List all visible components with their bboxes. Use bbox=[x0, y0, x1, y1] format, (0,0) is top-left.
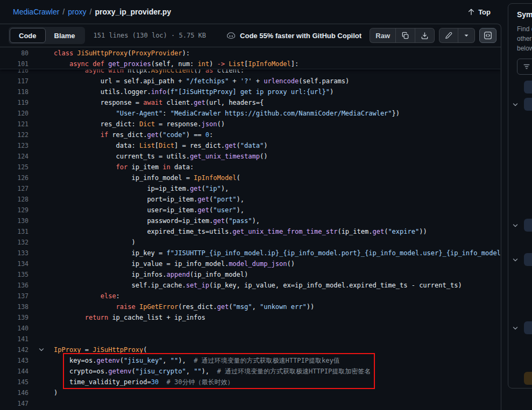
line-number[interactable]: 118 bbox=[0, 87, 29, 97]
breadcrumb-bar: MediaCrawler/proxy/proxy_ip_provider.py … bbox=[0, 0, 501, 24]
fold-gutter bbox=[29, 280, 54, 291]
symbols-panel-toggle-button[interactable] bbox=[479, 28, 496, 43]
fold-gutter bbox=[29, 387, 54, 398]
file-meta-info: 151 lines (130 loc) · 5.75 KB bbox=[94, 32, 207, 39]
line-number[interactable]: 147 bbox=[0, 398, 29, 409]
chevron-down-icon[interactable] bbox=[512, 221, 520, 229]
code-text: user=ip_item.get("user"), bbox=[54, 205, 500, 215]
symbol-item[interactable] bbox=[524, 372, 532, 385]
line-number[interactable]: 139 bbox=[0, 312, 29, 323]
symbol-item[interactable] bbox=[524, 98, 532, 111]
code-text: key=os.getenv("jisu_key", ""), # 通过环境变量的… bbox=[54, 355, 500, 366]
breadcrumb-repo-link[interactable]: MediaCrawler bbox=[13, 8, 59, 16]
code-line: 144 crypto=os.getenv("jisu_crypto", ""),… bbox=[0, 366, 500, 377]
raw-button[interactable]: Raw bbox=[370, 28, 395, 42]
line-number[interactable]: 135 bbox=[0, 269, 29, 280]
line-number[interactable]: 117 bbox=[0, 76, 29, 87]
breadcrumb-filename: proxy_ip_provider.py bbox=[95, 8, 171, 16]
fold-gutter bbox=[29, 334, 54, 344]
line-number[interactable]: 80 bbox=[0, 48, 29, 59]
code-line: 131 expired_time_ts=utils.get_unix_time_… bbox=[0, 226, 500, 237]
breadcrumb-folder-link[interactable]: proxy bbox=[68, 8, 86, 16]
code-line: 135 ip_infos.append(ip_info_model) bbox=[0, 269, 500, 280]
code-text: ip_value = ip_info_model.model_dump_json… bbox=[54, 258, 500, 269]
code-text bbox=[54, 334, 500, 344]
tab-blame[interactable]: Blame bbox=[46, 28, 84, 43]
fold-gutter bbox=[29, 140, 54, 151]
fold-gutter bbox=[29, 291, 54, 301]
fold-chevron-icon[interactable] bbox=[29, 344, 54, 355]
line-number[interactable]: 129 bbox=[0, 205, 29, 215]
code-text: ip_infos.append(ip_info_model) bbox=[54, 269, 500, 280]
line-number[interactable]: 124 bbox=[0, 151, 29, 162]
code-text: crypto=os.getenv("jisu_crypto", ""), # 通… bbox=[54, 366, 500, 377]
symbol-item[interactable] bbox=[524, 321, 532, 334]
line-number[interactable]: 137 bbox=[0, 291, 29, 301]
code-text: ip_key = f"JISUHTTP_{ip_info_model.ip}_{… bbox=[54, 248, 500, 258]
fold-gutter bbox=[29, 97, 54, 108]
chevron-down-icon bbox=[464, 33, 469, 38]
line-number[interactable]: 145 bbox=[0, 377, 29, 387]
code-line: 138 raise IpGetError(res_dict.get("msg",… bbox=[0, 301, 500, 312]
line-number[interactable]: 122 bbox=[0, 130, 29, 140]
code-text: else: bbox=[54, 291, 500, 301]
line-number[interactable]: 136 bbox=[0, 280, 29, 291]
code-line: 140 bbox=[0, 323, 500, 334]
symbol-item[interactable] bbox=[524, 81, 532, 93]
line-number[interactable]: 127 bbox=[0, 183, 29, 194]
code-line: 139 return ip_cache_list + ip_infos bbox=[0, 312, 500, 323]
code-line: 142IpProxy = JiSuHttpProxy( bbox=[0, 344, 500, 355]
line-number[interactable]: 143 bbox=[0, 355, 29, 366]
fold-gutter bbox=[29, 48, 54, 59]
code-text: IpProxy = JiSuHttpProxy( bbox=[54, 344, 500, 355]
fold-gutter bbox=[29, 248, 54, 258]
line-number[interactable]: 133 bbox=[0, 248, 29, 258]
symbol-item[interactable] bbox=[524, 219, 532, 232]
line-number[interactable]: 119 bbox=[0, 97, 29, 108]
fold-gutter bbox=[29, 215, 54, 226]
chevron-down-icon[interactable] bbox=[512, 100, 520, 108]
code-text: current_ts = utils.get_unix_timestamp() bbox=[54, 151, 500, 162]
line-number[interactable]: 121 bbox=[0, 119, 29, 130]
sticky-context-lines: 80class JiSuHttpProxy(ProxyProvider):101… bbox=[0, 48, 500, 69]
chevron-down-icon[interactable] bbox=[512, 256, 520, 263]
line-number[interactable]: 138 bbox=[0, 301, 29, 312]
top-button-label: Top bbox=[478, 8, 491, 16]
line-number[interactable]: 134 bbox=[0, 258, 29, 269]
edit-button-group bbox=[439, 28, 475, 43]
line-number[interactable]: 123 bbox=[0, 140, 29, 151]
breadcrumb: MediaCrawler/proxy/proxy_ip_provider.py bbox=[13, 8, 171, 16]
download-button[interactable] bbox=[415, 28, 434, 42]
line-number[interactable]: 120 bbox=[0, 108, 29, 119]
line-number[interactable]: 140 bbox=[0, 323, 29, 334]
symbol-item[interactable] bbox=[524, 253, 532, 266]
line-number[interactable]: 132 bbox=[0, 237, 29, 248]
file-actions: Raw bbox=[370, 28, 496, 43]
copy-button[interactable] bbox=[395, 28, 415, 42]
line-number[interactable]: 130 bbox=[0, 215, 29, 226]
line-number[interactable]: 146 bbox=[0, 387, 29, 398]
line-number[interactable]: 131 bbox=[0, 226, 29, 237]
line-number[interactable]: 141 bbox=[0, 334, 29, 344]
code-text bbox=[54, 323, 500, 334]
code-viewer: 116 async with httpx.AsyncClient() as cl… bbox=[0, 48, 500, 410]
fold-gutter bbox=[29, 355, 54, 366]
copilot-banner-text: Code 55% faster with GitHub Copilot bbox=[240, 32, 361, 40]
breadcrumb-separator: / bbox=[62, 8, 65, 16]
line-number[interactable]: 128 bbox=[0, 194, 29, 205]
line-number[interactable]: 144 bbox=[0, 366, 29, 377]
line-number[interactable]: 125 bbox=[0, 162, 29, 172]
tab-code[interactable]: Code bbox=[10, 28, 46, 43]
code-text: response = await client.get(url, headers… bbox=[54, 97, 500, 108]
line-number[interactable]: 101 bbox=[0, 59, 29, 69]
code-line: 118 utils.logger.info(f"[JiSuHttpProxy] … bbox=[0, 87, 500, 97]
code-text: password=ip_item.get("pass"), bbox=[54, 215, 500, 226]
line-number[interactable]: 142 bbox=[0, 344, 29, 355]
chevron-down-icon[interactable] bbox=[512, 324, 520, 332]
edit-button[interactable] bbox=[439, 28, 458, 42]
back-to-top-button[interactable]: Top bbox=[467, 8, 491, 16]
edit-dropdown-button[interactable] bbox=[458, 28, 474, 42]
line-number[interactable]: 126 bbox=[0, 172, 29, 183]
fold-gutter bbox=[29, 377, 54, 387]
code-line: 127 ip=ip_item.get("ip"), bbox=[0, 183, 500, 194]
